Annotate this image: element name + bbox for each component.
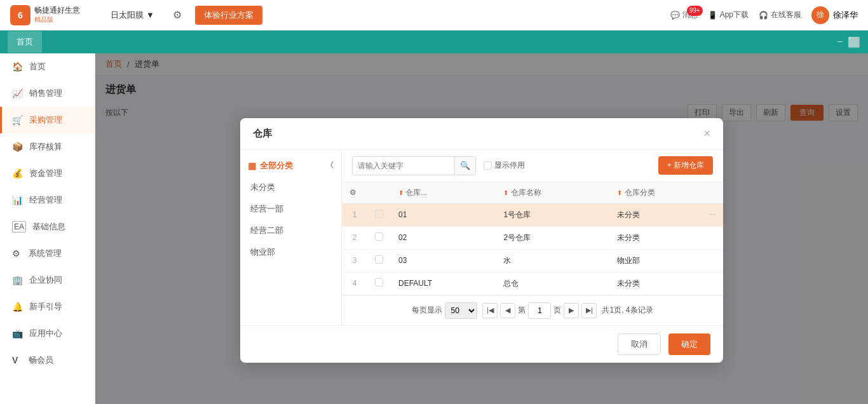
warehouse-modal: 仓库 × ▦ 全部分类 《 未分类 经营一部 经营二部 xyxy=(240,118,723,363)
cell-code: DEFAULT xyxy=(391,272,496,295)
next-page-btn[interactable]: ▶ xyxy=(564,303,579,318)
search-input[interactable] xyxy=(353,161,454,170)
finance-icon: 💰 xyxy=(12,168,23,178)
modal-close-button[interactable]: × xyxy=(703,127,710,140)
table-row[interactable]: 1 01 1号仓库 未分类··· xyxy=(342,203,723,226)
sidebar-label-enterprise: 企业协同 xyxy=(29,274,62,286)
header-middle: 日太阳膜 ▼ ⚙ 体验行业方案 xyxy=(105,5,670,25)
sidebar-item-apps[interactable]: 📺 应用中心 xyxy=(0,320,95,347)
operation-icon: 📊 xyxy=(12,195,23,205)
sidebar-item-guide[interactable]: 🔔 新手引导 xyxy=(0,293,95,320)
cell-check xyxy=(367,226,391,249)
show-disabled-checkbox[interactable] xyxy=(484,161,492,170)
trial-button[interactable]: 体验行业方案 xyxy=(195,6,262,25)
enterprise-icon: 🏢 xyxy=(12,275,23,285)
show-disabled-label[interactable]: 显示停用 xyxy=(484,160,525,171)
headset-icon: 🎧 xyxy=(759,11,768,20)
service-label: 在线客服 xyxy=(771,10,801,20)
cell-rownum: 3 xyxy=(342,249,367,272)
tab-home[interactable]: 首页 xyxy=(8,31,42,53)
add-warehouse-button[interactable]: + 新增仓库 xyxy=(658,156,713,175)
sidebar-item-system[interactable]: ⚙ 系统管理 xyxy=(0,240,95,267)
gear-button[interactable]: ⚙ xyxy=(167,5,187,25)
sidebar-label-member: 畅会员 xyxy=(29,354,53,366)
cat-item-ops2[interactable]: 经营二部 xyxy=(240,220,341,241)
system-icon: ⚙ xyxy=(12,248,22,259)
cat-item-property[interactable]: 物业部 xyxy=(240,241,341,263)
row-dots[interactable]: ··· xyxy=(709,210,715,219)
category-header[interactable]: ▦ 全部分类 《 xyxy=(240,155,341,177)
per-page-group: 每页显示 50 100 200 xyxy=(412,302,477,319)
first-page-btn[interactable]: |◀ xyxy=(482,303,498,318)
sort-icon-cat: ⬆ xyxy=(617,189,622,196)
content-area: 首页 / 进货单 进货单 按以下 打印 导出 刷新 查询 设置 仓库 xyxy=(95,53,868,404)
cell-category: 未分类 xyxy=(609,226,723,249)
collapse-icon[interactable]: 《 xyxy=(326,160,334,171)
sidebar-label-basic: 基础信息 xyxy=(32,221,65,232)
row-checkbox[interactable] xyxy=(375,278,383,286)
service-item[interactable]: 🎧 在线客服 xyxy=(759,10,801,20)
sidebar-item-purchase[interactable]: 🛒 采购管理 xyxy=(0,107,95,133)
per-page-select[interactable]: 50 100 200 xyxy=(445,302,477,319)
table-toolbar: 🔍 显示停用 + 新增仓库 xyxy=(342,150,723,182)
maximize-icon[interactable]: ⬜ xyxy=(848,36,860,48)
prev-page-btn[interactable]: ◀ xyxy=(500,303,515,318)
cat-item-uncategorized[interactable]: 未分类 xyxy=(240,177,341,198)
sidebar: 🏠 首页 📈 销售管理 🛒 采购管理 📦 库存核算 💰 资金管理 📊 经营管理 … xyxy=(0,53,95,404)
inventory-icon: 📦 xyxy=(12,142,23,152)
sort-icon-name: ⬆ xyxy=(503,189,508,196)
cell-category: 未分类 xyxy=(609,272,723,295)
th-name[interactable]: ⬆ 仓库名称 xyxy=(496,182,609,204)
confirm-button[interactable]: 确定 xyxy=(668,333,710,355)
page-input[interactable] xyxy=(528,302,551,319)
search-box: 🔍 xyxy=(352,156,476,175)
message-icon: 💬 xyxy=(670,11,680,20)
guide-icon: 🔔 xyxy=(12,302,23,312)
message-item[interactable]: 💬 99+ 消息 xyxy=(670,10,698,20)
cancel-button[interactable]: 取消 xyxy=(618,333,661,355)
sidebar-item-sales[interactable]: 📈 销售管理 xyxy=(0,80,95,107)
table-row[interactable]: 3 03 水 物业部 xyxy=(342,249,723,272)
table-row[interactable]: 4 DEFAULT 总仓 未分类 xyxy=(342,272,723,295)
th-code[interactable]: ⬆ 仓库... xyxy=(391,182,496,204)
sidebar-item-member[interactable]: V 畅会员 xyxy=(0,347,95,374)
app-icon: 📱 xyxy=(708,11,717,20)
last-page-btn[interactable]: ▶| xyxy=(581,303,597,318)
minimize-icon[interactable]: − xyxy=(837,36,843,48)
row-checkbox[interactable] xyxy=(375,255,383,264)
cell-code: 03 xyxy=(391,249,496,272)
row-checkbox[interactable] xyxy=(375,232,383,241)
app-download-item[interactable]: 📱 App下载 xyxy=(708,10,749,20)
header-right: 💬 99+ 消息 📱 App下载 🎧 在线客服 徐 徐泽华 xyxy=(670,6,858,24)
main-layout: 🏠 首页 📈 销售管理 🛒 采购管理 📦 库存核算 💰 资金管理 📊 经营管理 … xyxy=(0,53,868,404)
logo-area: 6 畅捷通好生意 精品版 xyxy=(10,5,105,25)
th-category[interactable]: ⬆ 仓库分类 xyxy=(609,182,723,204)
cell-check xyxy=(367,203,391,226)
row-checkbox[interactable] xyxy=(375,210,383,218)
logo-icon: 6 xyxy=(10,5,31,25)
sales-icon: 📈 xyxy=(12,88,23,98)
sidebar-item-basic[interactable]: EA 基础信息 xyxy=(0,213,95,240)
sidebar-item-home[interactable]: 🏠 首页 xyxy=(0,53,95,80)
sidebar-label-operation: 经营管理 xyxy=(29,194,62,206)
table-header: ⚙ ⬆ 仓库... ⬆ 仓库名称 xyxy=(342,182,723,204)
sidebar-item-enterprise[interactable]: 🏢 企业协同 xyxy=(0,267,95,293)
tab-bar: 首页 − ⬜ xyxy=(0,30,868,53)
sort-icon: ⬆ xyxy=(398,189,403,196)
store-selector[interactable]: 日太阳膜 ▼ xyxy=(105,7,159,24)
sidebar-label-purchase: 采购管理 xyxy=(29,114,62,126)
warehouse-table: ⚙ ⬆ 仓库... ⬆ 仓库名称 xyxy=(342,182,723,295)
search-icon-btn[interactable]: 🔍 xyxy=(454,157,475,175)
sidebar-item-inventory[interactable]: 📦 库存核算 xyxy=(0,133,95,160)
modal-overlay: 仓库 × ▦ 全部分类 《 未分类 经营一部 经营二部 xyxy=(95,53,868,404)
sidebar-item-finance[interactable]: 💰 资金管理 xyxy=(0,160,95,187)
table-row[interactable]: 2 02 2号仓库 未分类 xyxy=(342,226,723,249)
sidebar-label-inventory: 库存核算 xyxy=(29,141,62,152)
table-area: 🔍 显示停用 + 新增仓库 xyxy=(342,150,723,325)
user-area[interactable]: 徐 徐泽华 xyxy=(811,6,858,24)
category-sidebar: ▦ 全部分类 《 未分类 经营一部 经营二部 物业部 xyxy=(240,150,342,325)
cell-category: 物业部 xyxy=(609,249,723,272)
sidebar-item-operation[interactable]: 📊 经营管理 xyxy=(0,187,95,213)
cat-item-ops1[interactable]: 经营一部 xyxy=(240,198,341,220)
modal-body: ▦ 全部分类 《 未分类 经营一部 经营二部 物业部 xyxy=(240,150,723,325)
